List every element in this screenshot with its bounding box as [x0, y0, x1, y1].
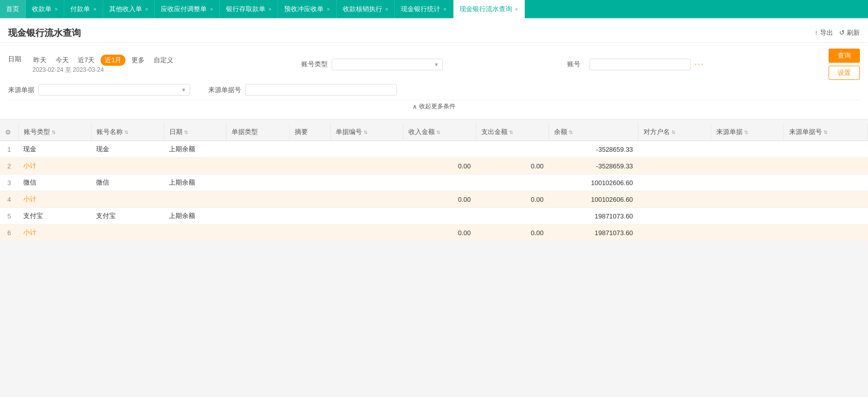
nav-close-verify[interactable]: ×	[385, 6, 388, 12]
nav-item-cashflow[interactable]: 现金银行流水查询 ×	[453, 0, 525, 18]
cell-row-num: 2	[0, 158, 18, 174]
source-doc-filter-group: 来源单据 ▾	[8, 84, 190, 96]
nav-close-adjustment[interactable]: ×	[210, 6, 213, 12]
source-doc-select[interactable]: ▾	[38, 84, 190, 96]
col-income: 收入金额⇅	[403, 123, 476, 141]
account-no-filter-group: 账号 ···	[567, 59, 704, 70]
cell-row-num: 6	[0, 225, 18, 241]
date-opt-custom[interactable]: 自定义	[151, 55, 176, 66]
nav-item-adjustment[interactable]: 应收应付调整单 ×	[155, 0, 219, 18]
collapse-button[interactable]: ∧ 收起更多条件	[8, 100, 860, 113]
cell-row-num: 3	[0, 174, 18, 191]
date-range-text: 2023-02-24 至 2023-03-24	[32, 66, 176, 74]
refresh-icon: ↺	[839, 29, 845, 36]
sort-icon-account-name[interactable]: ⇅	[124, 129, 128, 135]
date-opt-more[interactable]: 更多	[128, 55, 148, 66]
nav-item-stats[interactable]: 现金银行统计 ×	[395, 0, 453, 18]
date-opt-7days[interactable]: 近7天	[75, 55, 98, 66]
cell-source-doc	[711, 225, 784, 241]
date-opt-1month[interactable]: 近1月	[101, 55, 125, 66]
cell-account-name	[91, 191, 164, 208]
table-header-row: ⚙ 账号类型⇅ 账号名称⇅ 日期⇅ 单据类型 摘要 单据编号⇅ 收入金额⇅	[0, 123, 868, 141]
nav-close-stats[interactable]: ×	[443, 6, 446, 12]
source-doc-no-input[interactable]	[250, 86, 392, 94]
col-account-type: 账号类型⇅	[18, 123, 91, 141]
account-type-select[interactable]: ▾	[332, 59, 443, 70]
cell-source-doc	[711, 158, 784, 174]
sort-icon-account-type[interactable]: ⇅	[52, 129, 56, 135]
source-doc-dropdown-icon: ▾	[182, 86, 186, 94]
col-balance: 余额⇅	[549, 123, 638, 141]
cell-doc-type	[226, 174, 289, 191]
cell-source-doc-no	[784, 225, 867, 241]
export-label: 导出	[820, 28, 833, 37]
account-no-input-wrapper	[589, 59, 691, 70]
cell-income: 0.00	[403, 225, 476, 241]
nav-item-home[interactable]: 首页	[0, 0, 26, 18]
export-button[interactable]: ↑ 导出	[815, 28, 834, 37]
cell-source-doc	[711, 174, 784, 191]
more-options-dots[interactable]: ···	[695, 60, 704, 69]
table-row: 3 微信 微信 上期余额 100102606.60	[0, 174, 868, 191]
cell-summary	[290, 158, 331, 174]
sort-icon-income[interactable]: ⇅	[436, 129, 440, 135]
date-opt-today[interactable]: 今天	[53, 55, 72, 66]
settings-button[interactable]: 设置	[829, 66, 860, 80]
sort-icon-doc-no[interactable]: ⇅	[363, 129, 368, 135]
nav-close-other-income[interactable]: ×	[145, 6, 148, 12]
nav-item-bank-deposit[interactable]: 银行存取款单 ×	[220, 0, 278, 18]
cell-date	[164, 225, 226, 241]
cell-source-doc	[711, 191, 784, 208]
refresh-label: 刷新	[847, 28, 860, 37]
cell-income: 0.00	[403, 191, 476, 208]
cell-date	[164, 158, 226, 174]
col-settings[interactable]: ⚙	[0, 123, 18, 141]
account-no-input[interactable]	[594, 61, 686, 68]
account-type-filter-group: 账号类型 ▾	[301, 59, 443, 70]
nav-close-cashflow[interactable]: ×	[515, 6, 518, 12]
cell-doc-type	[226, 225, 289, 241]
cell-account-name: 支付宝	[91, 208, 164, 225]
refresh-button[interactable]: ↺ 刷新	[839, 28, 860, 37]
sort-icon-counterparty[interactable]: ⇅	[671, 129, 675, 135]
collapse-chevron-icon: ∧	[413, 103, 417, 110]
nav-item-verify[interactable]: 收款核销执行 ×	[337, 0, 395, 18]
sort-icon-date[interactable]: ⇅	[184, 129, 188, 135]
cell-doc-no	[330, 208, 403, 225]
cell-expense	[476, 141, 549, 158]
cell-summary	[290, 208, 331, 225]
cell-account-type: 小计	[18, 158, 91, 174]
cell-counterparty	[638, 225, 711, 241]
cell-counterparty	[638, 174, 711, 191]
data-table: ⚙ 账号类型⇅ 账号名称⇅ 日期⇅ 单据类型 摘要 单据编号⇅ 收入金额⇅	[0, 123, 868, 241]
cell-summary	[290, 141, 331, 158]
nav-close-receipt[interactable]: ×	[55, 6, 58, 12]
col-date: 日期⇅	[164, 123, 226, 141]
cell-balance: 100102606.60	[549, 174, 638, 191]
query-button[interactable]: 查询	[829, 49, 860, 63]
page-title: 现金银行流水查询	[8, 27, 81, 39]
nav-item-receipt[interactable]: 收款单 ×	[26, 0, 64, 18]
cell-counterparty	[638, 208, 711, 225]
sort-icon-balance[interactable]: ⇅	[569, 129, 573, 135]
nav-item-payment[interactable]: 付款单 ×	[64, 0, 103, 18]
nav-close-bank-deposit[interactable]: ×	[268, 6, 271, 12]
cell-doc-no	[330, 141, 403, 158]
nav-label-verify: 收款核销执行	[343, 5, 382, 14]
table-row: 5 支付宝 支付宝 上期余额 19871073.60	[0, 208, 868, 225]
nav-close-advance[interactable]: ×	[327, 6, 330, 12]
cell-doc-type	[226, 141, 289, 158]
cell-income: 0.00	[403, 158, 476, 174]
nav-label-other-income: 其他收入单	[109, 5, 142, 14]
cell-source-doc-no	[784, 141, 867, 158]
date-opt-yesterday[interactable]: 昨天	[30, 55, 50, 66]
nav-item-other-income[interactable]: 其他收入单 ×	[103, 0, 155, 18]
sort-icon-source-doc-no[interactable]: ⇅	[824, 129, 828, 135]
sort-icon-source-doc[interactable]: ⇅	[744, 129, 748, 135]
nav-close-payment[interactable]: ×	[93, 6, 96, 12]
nav-label-stats: 现金银行统计	[401, 5, 440, 14]
account-type-dropdown-icon: ▾	[435, 61, 438, 68]
sort-icon-expense[interactable]: ⇅	[509, 129, 513, 135]
nav-item-advance[interactable]: 预收冲应收单 ×	[278, 0, 336, 18]
cell-income	[403, 174, 476, 191]
